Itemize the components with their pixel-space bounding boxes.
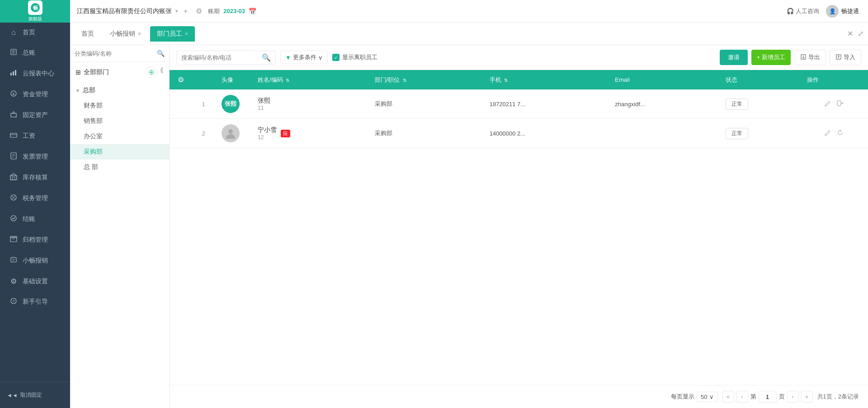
archive-icon [9,235,18,244]
last-page-btn[interactable]: » [801,391,813,403]
calendar-icon[interactable]: 📅 [249,8,256,15]
sidebar-item-settings[interactable]: ⚙ 基础设置 [0,271,70,291]
col-dept[interactable]: 部门/职位 ⇅ [368,70,483,89]
filter-btn[interactable]: ▼ 更多条件 ∨ [280,51,328,64]
row1-dept: 采购部 [368,89,483,119]
first-page-icon: « [726,394,730,400]
tab-home-label: 首页 [81,30,94,38]
row1-avatar-cell: 张熙 [215,89,251,119]
dept-node-purchase[interactable]: 采购部 [70,144,169,159]
col-phone[interactable]: 手机 ⇅ [483,70,609,89]
sidebar-label-archive: 归档管理 [23,236,48,244]
user-area[interactable]: 👤 畅捷通 [826,5,859,18]
dept-node-sales[interactable]: 销售部 [70,113,169,129]
col-email: Email [608,70,719,89]
prev-page-icon: ‹ [741,394,743,400]
tab-close-btn[interactable]: ✕ [847,29,853,38]
add-company-btn[interactable]: + [181,7,190,15]
support-btn[interactable]: 🎧 人工咨询 [787,7,819,15]
add-dept-btn[interactable] [146,66,157,78]
company-area: 江西服宝精品有限责任公司内账张 ▾ + ⚙ 账期 2023-03 📅 [70,7,263,15]
tab-department-label: 部门员工 [157,30,182,38]
dept-collapse-btn[interactable]: ⟪ [160,66,164,78]
sidebar-bottom: ◄◄ 取消固定 [0,382,70,408]
sidebar-item-ledger[interactable]: 总账 [0,42,70,63]
next-page-btn[interactable]: › [787,391,799,403]
sidebar-label-home: 首页 [23,28,35,37]
row1-edit-btn[interactable] [825,100,831,108]
row2-status: 正常 [719,119,800,148]
dept-node-general[interactable]: ▼ 总部 [70,83,169,98]
page-size-box[interactable]: 50 ∨ [697,392,717,402]
sidebar-item-reports[interactable]: 云报表中心 [0,63,70,84]
all-dept-label[interactable]: ⊞ 全部部门 [75,68,109,76]
row2-name-cell: 宁小雪 12 应 [251,119,368,148]
col-avatar: 头像 [215,70,251,89]
row1-logout-btn[interactable] [837,100,844,108]
sidebar-item-checkout[interactable]: 结账 [0,209,70,230]
dept-node-general2[interactable]: 总 部 [70,159,169,175]
table-row: 1 张熙 张熙 11 [170,89,868,119]
company-name: 江西服宝精品有限责任公司内账张 [77,7,172,15]
sidebar-item-funds[interactable]: ¥ 资金管理 [0,84,70,105]
invite-btn[interactable]: 邀请 [720,50,748,65]
pin-icon: ◄◄ [7,392,18,399]
sidebar-item-invoice[interactable]: 发票管理 [0,146,70,167]
row2-actions [800,119,868,148]
company-settings-btn[interactable]: ⚙ [193,7,204,15]
sidebar-item-inventory[interactable]: 库存核算 [0,167,70,188]
first-page-btn[interactable]: « [722,391,734,403]
dept-search-icon[interactable]: 🔍 [157,50,165,57]
sidebar-item-expense[interactable]: 小畅报销 [0,250,70,271]
show-resigned-wrap: ✓ 显示离职员工 [332,53,377,61]
prev-page-btn[interactable]: ‹ [736,391,748,403]
table-settings-gear-icon[interactable]: ⚙ [178,76,184,84]
export-btn[interactable]: 导出 [794,50,826,65]
dept-node-office[interactable]: 办公室 [70,129,169,144]
top-right: 🎧 人工咨询 👤 畅捷通 [787,5,868,18]
emp-search-input[interactable] [181,54,262,61]
row2-refresh-btn[interactable] [837,129,844,137]
sidebar-item-salary[interactable]: 工资 [0,126,70,146]
sidebar-item-assets[interactable]: 固定资产 [0,105,70,126]
row2-edit-btn[interactable] [825,129,831,137]
svg-rect-12 [10,133,17,137]
tab-department[interactable]: 部门员工 × [150,26,195,42]
col-status: 状态 [719,70,800,89]
employee-panel: 🔍 ▼ 更多条件 ∨ ✓ 显示离职员工 邀请 + 新增员工 [170,45,868,408]
col-settings[interactable]: ⚙ [170,70,192,89]
import-label: 导入 [844,53,855,61]
col-name[interactable]: 姓名/编码 ⇅ [251,70,368,89]
page-input[interactable] [759,391,777,403]
show-resigned-checkbox[interactable]: ✓ [332,54,340,61]
all-dept-text: 全部部门 [84,68,109,76]
cancel-fixed-btn[interactable]: ◄◄ 取消固定 [0,387,70,403]
emp-search-icon[interactable]: 🔍 [262,53,271,62]
dept-node-finance[interactable]: 财务部 [70,98,169,113]
tab-expand-btn[interactable]: ⤢ [858,29,863,38]
sidebar-item-home[interactable]: ⌂ 首页 [0,23,70,42]
company-dropdown-icon[interactable]: ▾ [175,9,178,14]
sidebar-item-guide[interactable]: ? 新手引导 [0,291,70,312]
sidebar-label-salary: 工资 [23,132,35,140]
tab-expense-close[interactable]: × [138,31,141,37]
import-btn[interactable]: 导入 [830,50,861,65]
svg-line-41 [829,101,830,102]
user-name: 畅捷通 [841,7,859,15]
sort-dept-icon: ⇅ [403,78,406,83]
sort-phone-icon: ⇅ [504,78,508,83]
col-num [192,70,215,89]
sidebar-item-tax[interactable]: 税务管理 [0,188,70,209]
employee-table: ⚙ 头像 姓名/编码 ⇅ 部门/职位 ⇅ [170,70,868,148]
add-employee-btn[interactable]: + 新增员工 [751,50,791,65]
tab-expense[interactable]: 小畅报销 × [103,26,148,42]
tab-home[interactable]: 首页 [75,26,101,42]
dept-expand-icon: ▼ [75,88,80,93]
sidebar-item-archive[interactable]: 归档管理 [0,230,70,250]
row1-num: 1 [192,89,215,119]
dept-actions: ⟪ [146,66,164,78]
tab-department-close[interactable]: × [185,31,188,37]
dept-search-input[interactable] [75,50,155,57]
row1-phone: 18720211 7... [483,89,609,119]
period-value[interactable]: 2023-03 [223,8,245,14]
